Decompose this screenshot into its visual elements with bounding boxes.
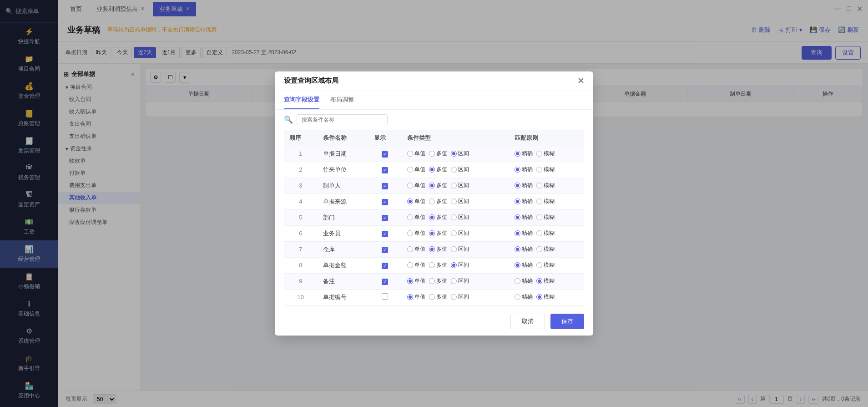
row-match-6[interactable]: 精确模糊: [509, 225, 584, 241]
type-radio-10-单值[interactable]: 单值: [407, 293, 425, 301]
row-display-7[interactable]: ✓: [368, 241, 402, 257]
type-radio-3-区间[interactable]: 区间: [451, 182, 469, 189]
type-radio-8-区间[interactable]: 区间: [451, 261, 469, 269]
cancel-button[interactable]: 取消: [510, 314, 545, 329]
type-radio-4-单值[interactable]: 单值: [407, 198, 425, 205]
checkbox-6[interactable]: ✓: [382, 231, 388, 237]
dialog-close-button[interactable]: ✕: [577, 76, 584, 86]
match-radio-1-精确[interactable]: 精确: [515, 150, 533, 158]
type-radio-6-单值[interactable]: 单值: [407, 229, 425, 237]
match-radio-10-精确[interactable]: 精确: [515, 293, 533, 301]
row-match-3[interactable]: 精确模糊: [509, 178, 584, 193]
row-match-4[interactable]: 精确模糊: [509, 193, 584, 209]
row-display-3[interactable]: ✓: [368, 178, 402, 193]
type-radio-8-多值[interactable]: 多值: [429, 261, 447, 269]
row-type-4[interactable]: 单值多值区间: [402, 193, 509, 209]
type-radio-10-区间[interactable]: 区间: [451, 293, 469, 301]
dialog-tab-fields[interactable]: 查询字段设置: [284, 91, 319, 109]
save-button[interactable]: 保存: [550, 314, 584, 329]
row-match-8[interactable]: 精确模糊: [509, 257, 584, 273]
type-radio-2-区间[interactable]: 区间: [451, 166, 469, 173]
match-radio-2-精确[interactable]: 精确: [515, 166, 533, 173]
match-radio-8-模糊[interactable]: 模糊: [536, 261, 555, 269]
checkbox-5[interactable]: ✓: [382, 215, 388, 221]
type-radio-9-区间[interactable]: 区间: [451, 277, 469, 285]
checkbox-3[interactable]: ✓: [382, 183, 388, 189]
type-radio-9-多值[interactable]: 多值: [429, 277, 447, 285]
match-radio-8-精确[interactable]: 精确: [515, 261, 533, 269]
row-type-3[interactable]: 单值多值区间: [402, 178, 509, 193]
row-type-5[interactable]: 单值多值区间: [402, 209, 509, 225]
type-radio-7-单值[interactable]: 单值: [407, 245, 425, 253]
row-type-8[interactable]: 单值多值区间: [402, 257, 509, 273]
type-radio-9-单值[interactable]: 单值: [407, 277, 425, 285]
type-radio-1-单值[interactable]: 单值: [407, 150, 425, 158]
checkbox-4[interactable]: ✓: [382, 199, 388, 205]
checkbox-10[interactable]: [382, 293, 388, 300]
row-match-10[interactable]: 精确模糊: [509, 289, 584, 305]
checkbox-1[interactable]: ✓: [382, 151, 388, 158]
type-radio-5-区间[interactable]: 区间: [451, 214, 469, 221]
match-radio-3-精确[interactable]: 精确: [515, 182, 533, 189]
match-radio-4-模糊[interactable]: 模糊: [536, 198, 555, 205]
type-radio-7-区间[interactable]: 区间: [451, 245, 469, 253]
type-radio-6-区间[interactable]: 区间: [451, 229, 469, 237]
match-radio-6-精确[interactable]: 精确: [515, 229, 533, 237]
type-radio-3-多值[interactable]: 多值: [429, 182, 447, 189]
row-name-5: 部门: [318, 209, 368, 225]
row-type-6[interactable]: 单值多值区间: [402, 225, 509, 241]
type-radio-5-单值[interactable]: 单值: [407, 214, 425, 221]
row-type-2[interactable]: 单值多值区间: [402, 162, 509, 178]
type-radio-2-多值[interactable]: 多值: [429, 166, 447, 173]
row-type-10[interactable]: 单值多值区间: [402, 289, 509, 305]
type-radio-5-多值[interactable]: 多值: [429, 214, 447, 221]
row-match-11[interactable]: 精确模糊: [509, 305, 584, 307]
row-type-1[interactable]: 单值多值区间: [402, 146, 509, 162]
match-radio-2-模糊[interactable]: 模糊: [536, 166, 555, 173]
match-radio-9-模糊[interactable]: 模糊: [536, 277, 555, 285]
type-radio-3-单值[interactable]: 单值: [407, 182, 425, 189]
checkbox-8[interactable]: ✓: [382, 263, 388, 269]
match-radio-5-精确[interactable]: 精确: [515, 214, 533, 221]
match-radio-7-精确[interactable]: 精确: [515, 245, 533, 253]
checkbox-2[interactable]: ✓: [382, 167, 388, 173]
row-display-1[interactable]: ✓: [368, 146, 402, 162]
checkbox-7[interactable]: ✓: [382, 247, 388, 253]
row-display-10[interactable]: [368, 289, 402, 305]
type-radio-2-单值[interactable]: 单值: [407, 166, 425, 173]
type-radio-4-多值[interactable]: 多值: [429, 198, 447, 205]
type-radio-4-区间[interactable]: 区间: [451, 198, 469, 205]
row-match-1[interactable]: 精确模糊: [509, 146, 584, 162]
match-radio-5-模糊[interactable]: 模糊: [536, 214, 555, 221]
type-radio-1-区间[interactable]: 区间: [451, 150, 469, 158]
match-radio-3-模糊[interactable]: 模糊: [536, 182, 555, 189]
row-display-11[interactable]: [368, 305, 402, 307]
type-radio-10-多值[interactable]: 多值: [429, 293, 447, 301]
row-display-2[interactable]: ✓: [368, 162, 402, 178]
row-display-4[interactable]: ✓: [368, 193, 402, 209]
dialog-tab-layout[interactable]: 布局调整: [330, 91, 354, 109]
row-match-7[interactable]: 精确模糊: [509, 241, 584, 257]
row-match-5[interactable]: 精确模糊: [509, 209, 584, 225]
row-display-9[interactable]: ✓: [368, 273, 402, 289]
row-display-8[interactable]: ✓: [368, 257, 402, 273]
row-display-5[interactable]: ✓: [368, 209, 402, 225]
row-type-7[interactable]: 单值多值区间: [402, 241, 509, 257]
match-radio-7-模糊[interactable]: 模糊: [536, 245, 555, 253]
type-radio-1-多值[interactable]: 多值: [429, 150, 447, 158]
type-radio-7-多值[interactable]: 多值: [429, 245, 447, 253]
match-radio-4-精确[interactable]: 精确: [515, 198, 533, 205]
match-radio-10-模糊[interactable]: 模糊: [536, 293, 555, 301]
match-radio-6-模糊[interactable]: 模糊: [536, 229, 555, 237]
type-radio-6-多值[interactable]: 多值: [429, 229, 447, 237]
checkbox-9[interactable]: ✓: [382, 279, 388, 285]
match-radio-1-模糊[interactable]: 模糊: [536, 150, 555, 158]
type-radio-8-单值[interactable]: 单值: [407, 261, 425, 269]
match-radio-9-精确[interactable]: 精确: [515, 277, 533, 285]
row-type-11[interactable]: 单值多值区间: [402, 305, 509, 307]
row-type-9[interactable]: 单值多值区间: [402, 273, 509, 289]
row-display-6[interactable]: ✓: [368, 225, 402, 241]
row-match-2[interactable]: 精确模糊: [509, 162, 584, 178]
row-match-9[interactable]: 精确模糊: [509, 273, 584, 289]
dialog-search-input[interactable]: [297, 114, 388, 125]
